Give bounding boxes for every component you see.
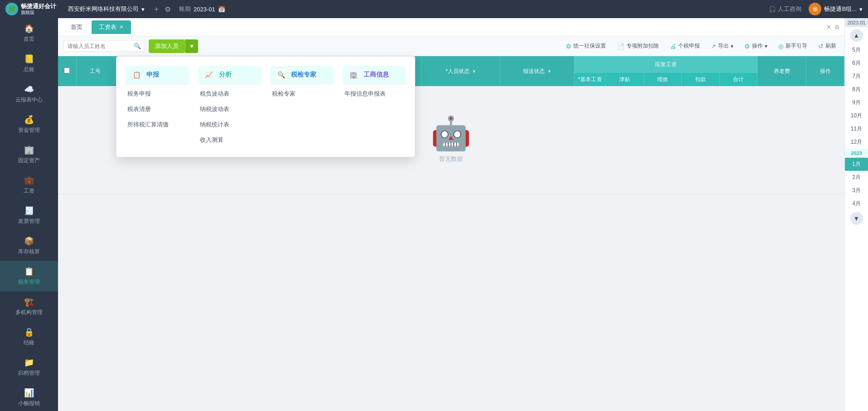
- menu-item-tax-declaration[interactable]: 税务申报: [126, 86, 189, 102]
- add-person-button[interactable]: 添加人员: [149, 39, 185, 53]
- menu-category-analysis: 📈 分析 税负波动表 纳税波动表 纳税统计表 收入测算: [198, 66, 262, 148]
- cal-month-10[interactable]: 10月: [845, 109, 868, 122]
- menu-item-tax-expert[interactable]: 税检专家: [270, 86, 334, 102]
- menu-item-income-tax-calc[interactable]: 所得税汇算清缴: [126, 117, 189, 132]
- export-label: 导出: [718, 42, 729, 50]
- tab-close-icon[interactable]: ✕: [119, 24, 124, 30]
- sidebar-label-xiaochang: 小畅报销: [18, 400, 40, 407]
- add-person-dropdown-btn[interactable]: ▼: [185, 39, 198, 53]
- operations-btn[interactable]: ⚙ 操作 ▾: [742, 40, 770, 52]
- sidebar-item-cloud-report[interactable]: ☁️ 云报表中心: [0, 79, 58, 109]
- cal-month-12[interactable]: 12月: [845, 135, 868, 149]
- headset-icon: 🎧: [769, 6, 776, 13]
- add-company-icon[interactable]: ＋: [153, 5, 160, 14]
- tax-report-btn[interactable]: 🖨 个税申报: [667, 40, 703, 52]
- period-label: 账期: [179, 5, 191, 13]
- calendar-icon[interactable]: 📅: [218, 6, 225, 13]
- sidebar-label-ledger: 总账: [24, 66, 34, 73]
- ledger-icon: 📒: [24, 54, 34, 64]
- sidebar-item-invoice[interactable]: 🧾 发票管理: [0, 200, 58, 231]
- status-filter-icon[interactable]: ▼: [472, 69, 476, 74]
- col-base-salary: *基本工资: [574, 73, 606, 86]
- report-filter-icon[interactable]: ▼: [547, 69, 552, 74]
- menu-item-tax-payment[interactable]: 纳税波动表: [198, 102, 262, 117]
- col-deduction: 扣款: [682, 73, 720, 86]
- window-restore-icon[interactable]: ⧉: [835, 24, 839, 31]
- company-selector[interactable]: 西安虾米网络科技有限公司 ▾: [64, 3, 148, 15]
- calendar-prev-icon[interactable]: ▲: [850, 29, 863, 42]
- tab-home[interactable]: 首页: [63, 20, 90, 34]
- special-deduct-icon: 📄: [617, 43, 625, 50]
- search-wrap: 🔍: [63, 40, 145, 52]
- social-insurance-icon: ⚙: [566, 43, 572, 50]
- customer-service-label: 人工咨询: [778, 5, 801, 13]
- sidebar-item-multi-org[interactable]: 🏗️ 多机构管理: [0, 291, 58, 322]
- sidebar-item-fixed-assets[interactable]: 🏢 固定资产: [0, 140, 58, 170]
- refresh-btn[interactable]: ↺ 刷新: [815, 40, 839, 52]
- search-input[interactable]: [68, 43, 131, 49]
- cal-month-1[interactable]: 1月: [845, 158, 868, 171]
- top-header: 🌿 畅捷通好会计 旗舰版 西安虾米网络科技有限公司 ▾ ＋ ⚙ 账期 2023-…: [0, 0, 868, 18]
- tab-salary-label: 工资表: [99, 23, 116, 31]
- special-deduct-btn[interactable]: 📄 专项附加扣除: [614, 40, 662, 52]
- settings-icon[interactable]: ⚙: [165, 5, 171, 14]
- cal-month-6[interactable]: 6月: [845, 57, 868, 70]
- export-btn[interactable]: ↗ 导出 ▾: [708, 40, 736, 52]
- window-close-icon[interactable]: ✕: [826, 24, 831, 30]
- company-name: 西安虾米网络科技有限公司: [68, 5, 139, 13]
- tax-dropdown-menu: 📋 申报 税务申报 税表清册 所得税汇算清缴 📈 分析 税负波动表 纳税波动表 …: [116, 56, 415, 157]
- col-report-status[interactable]: 报送状态 ▼: [500, 56, 574, 86]
- right-panel: 2023.01 ▲ 5月 6月 7月 8月 9月 10月 11月 12月 202…: [844, 18, 868, 411]
- menu-item-tax-statistics[interactable]: 纳税统计表: [198, 117, 262, 132]
- main-layout: 🏠 首页 📒 总账 ☁️ 云报表中心 💰 资金管理 🏢 固定资产 💼 工资 🧾 …: [0, 18, 868, 411]
- calendar-next-icon[interactable]: ▼: [850, 212, 863, 225]
- cal-month-7[interactable]: 7月: [845, 70, 868, 83]
- sidebar-item-tax[interactable]: 📋 税务管理: [0, 261, 58, 291]
- sidebar-item-archive[interactable]: 📁 归档管理: [0, 352, 58, 382]
- user-info[interactable]: 畅 畅捷通B组... ▾: [809, 3, 863, 15]
- sidebar-item-fund[interactable]: 💰 资金管理: [0, 109, 58, 140]
- tab-salary[interactable]: 工资表 ✕: [92, 20, 131, 34]
- sidebar-item-home[interactable]: 🏠 首页: [0, 18, 58, 48]
- menu-item-income-calc[interactable]: 收入测算: [198, 132, 262, 148]
- sidebar-item-xiaochang[interactable]: 📊 小畅报销: [0, 382, 58, 411]
- menu-item-tax-burden[interactable]: 税负波动表: [198, 86, 262, 102]
- col-performance: 绩效: [644, 73, 682, 86]
- cal-month-9[interactable]: 9月: [845, 96, 868, 109]
- period-value: 2023-01: [194, 6, 215, 13]
- operations-icon: ⚙: [744, 43, 750, 50]
- menu-category-declaration: 📋 申报 税务申报 税表清册 所得税汇算清缴: [126, 66, 189, 148]
- cal-month-4[interactable]: 4月: [845, 197, 868, 210]
- cal-month-11[interactable]: 11月: [845, 122, 868, 135]
- export-icon: ↗: [711, 43, 716, 50]
- cal-month-5[interactable]: 5月: [845, 44, 868, 57]
- cal-month-2[interactable]: 2月: [845, 171, 868, 184]
- fund-icon: 💰: [24, 115, 34, 125]
- right-panel-header: 2023.01: [845, 18, 868, 27]
- sidebar-item-close[interactable]: 🔒 结账: [0, 322, 58, 352]
- guide-btn[interactable]: ◎ 新手引导: [776, 40, 810, 52]
- menu-item-annual-report[interactable]: 年报信息申报表: [343, 86, 406, 102]
- sidebar-label-inventory: 库存核算: [18, 248, 40, 256]
- toolbar-right: ⚙ 统一社保设置 📄 专项附加扣除 🖨 个税申报 ↗ 导出 ▾ ⚙: [563, 40, 839, 52]
- sidebar-item-ledger[interactable]: 📒 总账: [0, 48, 58, 79]
- sidebar-label-home: 首页: [24, 35, 34, 43]
- cal-month-8[interactable]: 8月: [845, 83, 868, 96]
- user-chevron-icon: ▾: [859, 6, 863, 13]
- guide-btn-label: 新手引导: [786, 42, 807, 50]
- col-status[interactable]: *人员状态 ▼: [422, 56, 500, 86]
- logo-text: 畅捷通好会计 旗舰版: [21, 3, 56, 15]
- sidebar-item-inventory[interactable]: 📦 库存核算: [0, 231, 58, 261]
- customer-service-btn[interactable]: 🎧 人工咨询: [769, 5, 801, 13]
- app-subtitle: 旗舰版: [21, 10, 56, 15]
- sidebar-item-salary[interactable]: 💼 工资: [0, 170, 58, 200]
- menu-item-tax-table[interactable]: 税表清册: [126, 102, 189, 117]
- col-checkbox[interactable]: [58, 56, 76, 86]
- social-insurance-btn[interactable]: ⚙ 统一社保设置: [563, 40, 609, 52]
- fixed-assets-icon: 🏢: [24, 145, 34, 155]
- cal-month-3[interactable]: 3月: [845, 184, 868, 197]
- chevron-down-icon: ▾: [141, 6, 145, 13]
- multi-org-icon: 🏗️: [24, 297, 34, 307]
- invoice-icon: 🧾: [24, 206, 34, 216]
- select-all-checkbox[interactable]: [64, 68, 70, 73]
